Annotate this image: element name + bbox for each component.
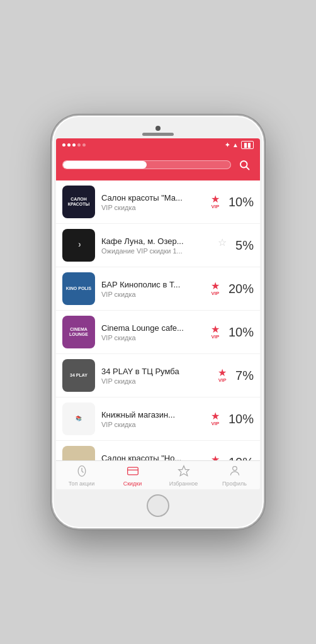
item-title: 34 PLAY в ТЦ Румба [101,367,212,376]
favorites-tab-icon [178,465,190,479]
tab-history-discounts[interactable] [147,161,230,169]
list-item[interactable]: beauty Салон красоты "Но... VIP скидка ★… [56,441,260,460]
item-info: Салон красоты "Ма... VIP скидка [101,193,205,211]
tab-all-discounts[interactable] [63,161,147,169]
signal-dot-2 [67,143,71,147]
thumb-text: 📚 [76,416,82,422]
list-item[interactable]: CINEMA LOUNGE Cinema Lounge cafe... VIP … [56,311,260,354]
battery-icon: ▮▮ [241,141,254,149]
item-right: ★ VIP [211,325,220,340]
thumb-text: САЛОН КРАСОТЫ [62,197,95,208]
star-icon: ★ [218,368,227,378]
item-title: Кафе Луна, м. Озер... [101,236,212,246]
star-vip-group: ★ VIP [211,194,220,209]
phone-screen: ✦ ▲ ▮▮ САЛОН КРАСОТЫ [56,138,260,489]
item-info: Cinema Lounge cafe... VIP скидка [101,323,205,341]
list-item[interactable]: САЛОН КРАСОТЫ Салон красоты "Ма... VIP с… [56,180,260,224]
favorites-tab-label: Избранное [169,480,198,487]
item-info: Салон красоты "Но... VIP скидка [101,453,205,461]
item-title: Салон красоты "Но... [101,453,205,461]
status-right: ✦ ▲ ▮▮ [225,141,254,149]
signal-dot-4 [77,143,81,147]
item-thumbnail: CINEMA LOUNGE [62,316,95,348]
item-subtitle: Ожидание VIP скидки 1... [101,247,212,255]
star-icon: ★ [211,194,220,204]
status-bar: ✦ ▲ ▮▮ [56,138,260,152]
signal-dot-1 [62,143,65,147]
tab-profile[interactable]: Профиль [209,465,260,487]
signal-dot-5 [82,143,86,147]
discount-value: 7% [235,369,254,383]
camera [155,126,161,131]
item-right: ☆ VIP [218,238,227,253]
top-tab-icon [76,465,88,479]
star-vip-group: ★ VIP [211,325,220,340]
tab-discounts[interactable]: Скидки [107,465,158,487]
vip-label: VIP [212,204,220,209]
item-info: Книжный магазин... VIP скидка [101,410,205,428]
signal-dot-3 [72,143,76,147]
discount-value: 20% [229,282,254,296]
tab-top[interactable]: Топ акции [56,465,107,487]
item-thumbnail: KINO POLIS [62,272,95,305]
discounts-tab-icon [127,465,139,479]
phone-bottom-bar [56,489,260,519]
phone-top-bar [56,122,260,138]
top-nav [56,152,260,180]
speaker [142,133,174,136]
home-button[interactable] [147,494,169,517]
list-item[interactable]: KINO POLIS БАР Кинополис в Т... VIP скид… [56,267,260,311]
star-vip-group: ☆ VIP [218,238,227,253]
svg-marker-4 [178,466,189,476]
tab-group[interactable] [62,160,231,169]
item-info: БАР Кинополис в Т... VIP скидка [101,280,205,298]
profile-tab-icon [229,465,241,479]
status-left [62,143,93,147]
star-vip-group: ★ VIP [211,281,220,296]
search-button[interactable] [235,155,254,174]
item-right: ★ VIP [211,281,220,296]
item-thumbnail: 📚 [62,402,95,435]
list-item[interactable]: ☽ Кафе Луна, м. Озер... Ожидание VIP ски… [56,224,260,267]
discount-value: 10% [229,412,254,426]
star-vip-group: ★ VIP [211,455,220,460]
item-subtitle: VIP скидка [101,204,205,211]
item-info: 34 PLAY в ТЦ Румба VIP скидка [101,367,212,385]
item-title: БАР Кинополис в Т... [101,280,205,289]
star-icon: ★ [211,325,220,335]
item-right: ★ VIP [211,455,220,460]
bluetooth-icon: ✦ [225,142,230,148]
vip-label: VIP [212,335,220,340]
discounts-list: САЛОН КРАСОТЫ Салон красоты "Ма... VIP с… [56,180,260,460]
thumb-text: 34 PLAY [70,373,87,378]
discount-value: 5% [235,238,254,253]
list-item[interactable]: 34 PLAY 34 PLAY в ТЦ Румба VIP скидка ★ … [56,354,260,397]
svg-point-5 [232,467,237,471]
item-thumbnail: САЛОН КРАСОТЫ [62,186,95,218]
item-subtitle: VIP скидка [101,291,205,298]
item-thumbnail: ☽ [62,229,95,262]
vip-label: VIP [212,421,220,426]
vip-label: VIP [212,291,220,296]
svg-rect-2 [127,467,138,475]
item-title: Книжный магазин... [101,410,205,419]
phone-frame: ✦ ▲ ▮▮ САЛОН КРАСОТЫ [51,114,265,530]
star-icon: ★ [211,455,220,460]
item-title: Салон красоты "Ма... [101,193,205,203]
item-right: ★ VIP [211,194,220,209]
item-right: ★ VIP [211,411,220,426]
vip-label: VIP [218,378,227,383]
item-thumbnail: beauty [62,446,95,460]
list-item[interactable]: 📚 Книжный магазин... VIP скидка ★ VIP 10… [56,397,260,441]
item-subtitle: VIP скидка [101,421,205,428]
discount-value: 10% [229,325,254,340]
discount-value: 10% [229,455,254,461]
item-subtitle: VIP скидка [101,334,205,341]
star-vip-group: ★ VIP [211,411,220,426]
vip-label: VIP [218,248,227,253]
item-title: Cinema Lounge cafe... [101,323,205,333]
star-icon: ☆ [218,238,227,248]
tab-favorites[interactable]: Избранное [158,465,209,487]
wifi-icon: ▲ [232,142,239,148]
item-thumbnail: 34 PLAY [62,359,95,392]
